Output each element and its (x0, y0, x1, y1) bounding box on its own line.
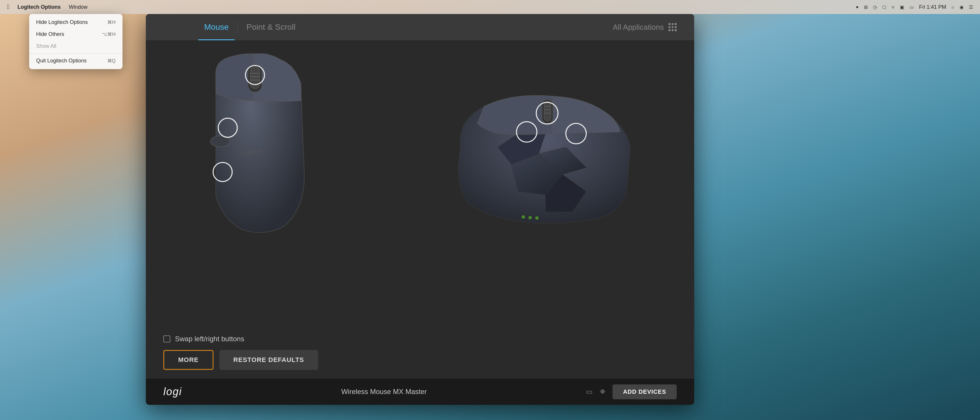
all-applications-selector[interactable]: All Applications (613, 23, 677, 32)
menubar-photo-icon[interactable]: ⊞ (864, 5, 868, 10)
svg-rect-1 (250, 67, 260, 89)
logitech-options-menu[interactable]: Logitech Options (18, 4, 60, 10)
logitech-options-dropdown: Hide Logitech Options ⌘H Hide Others ⌥⌘H… (29, 14, 123, 69)
add-devices-button[interactable]: ADD DEVICES (612, 384, 677, 399)
bluetooth-icon: ✵ (600, 388, 606, 396)
logi-logo: logi (163, 386, 182, 398)
menubar:  Logitech Options Window ● ⊞ ◷ ⬡ ⌾ ▣ ▭ … (0, 0, 980, 14)
menubar-battery-icon[interactable]: ▭ (909, 5, 914, 10)
hide-logitech-options-item[interactable]: Hide Logitech Options ⌘H (29, 16, 123, 28)
bottom-right: ▭ ✵ ADD DEVICES (586, 384, 677, 399)
menubar-profile-icon[interactable]: ● (856, 5, 859, 10)
swap-checkbox-row: Swap left/right buttons (163, 335, 677, 343)
menubar-list-icon[interactable]: ☰ (969, 5, 973, 10)
mouse-left-svg: logitech (169, 46, 344, 250)
svg-rect-11 (544, 101, 550, 121)
grid-dot (668, 29, 671, 31)
menubar-wifi-icon[interactable]: ⌾ (892, 5, 894, 10)
grid-icon (668, 23, 677, 31)
window-menu[interactable]: Window (69, 4, 88, 10)
menubar-search-icon[interactable]: ⌕ (951, 5, 955, 10)
menubar-bluetooth-icon[interactable]: ⬡ (882, 5, 886, 10)
grid-dot (672, 23, 674, 25)
hide-logitech-options-label: Hide Logitech Options (36, 19, 88, 25)
hide-logitech-options-shortcut: ⌘H (107, 19, 116, 25)
grid-dot (672, 29, 674, 31)
swap-label: Swap left/right buttons (175, 335, 244, 343)
menubar-display-icon[interactable]: ▣ (900, 5, 904, 10)
svg-point-16 (528, 216, 532, 220)
grid-dot (675, 23, 677, 25)
mouse-left-container: logitech (169, 46, 344, 250)
menubar-time-icon[interactable]: ◷ (873, 5, 877, 10)
menubar-time: Fri 1:41 PM (919, 4, 946, 10)
device-name: Wireless Mouse MX Master (182, 388, 586, 396)
tab-mouse[interactable]: Mouse (198, 14, 234, 40)
mouse-right-svg (443, 75, 648, 233)
mouse-right-container (443, 75, 648, 233)
tab-point-scroll[interactable]: Point & Scroll (240, 14, 301, 40)
controls-area: Swap left/right buttons MORE RESTORE DEF… (146, 326, 694, 379)
grid-dot (668, 23, 671, 25)
dropdown-separator (29, 53, 123, 54)
hide-others-label: Hide Others (36, 31, 64, 37)
quit-logitech-options-label: Quit Logitech Options (36, 58, 87, 64)
hide-others-item[interactable]: Hide Others ⌥⌘H (29, 28, 123, 40)
battery-icon: ▭ (586, 388, 593, 396)
svg-point-15 (522, 215, 525, 219)
app-window: Mouse Point & Scroll All Applications (146, 14, 694, 405)
show-all-item: Show All (29, 40, 123, 52)
grid-dot (668, 26, 671, 28)
more-button[interactable]: MORE (163, 350, 213, 370)
all-applications-label: All Applications (613, 23, 664, 32)
mouse-display: logitech (146, 40, 694, 379)
tab-separator (237, 21, 238, 33)
hide-others-shortcut: ⌥⌘H (102, 32, 116, 37)
menubar-user-icon[interactable]: ◉ (959, 5, 964, 10)
quit-logitech-options-shortcut: ⌘Q (107, 58, 116, 64)
swap-checkbox[interactable] (163, 336, 170, 342)
restore-defaults-button[interactable]: RESTORE DEFAULTS (220, 350, 318, 370)
grid-dot (672, 26, 674, 28)
apple-menu-icon[interactable]:  (7, 3, 10, 11)
grid-dot (675, 26, 677, 28)
grid-dot (675, 29, 677, 31)
svg-point-17 (535, 216, 539, 220)
main-content: logitech (146, 40, 694, 379)
buttons-row: MORE RESTORE DEFAULTS (163, 350, 677, 370)
quit-logitech-options-item[interactable]: Quit Logitech Options ⌘Q (29, 55, 123, 67)
show-all-label: Show All (36, 43, 56, 49)
tabs-bar: Mouse Point & Scroll All Applications (146, 14, 694, 40)
bottom-bar: logi Wireless Mouse MX Master ▭ ✵ ADD DE… (146, 379, 694, 405)
